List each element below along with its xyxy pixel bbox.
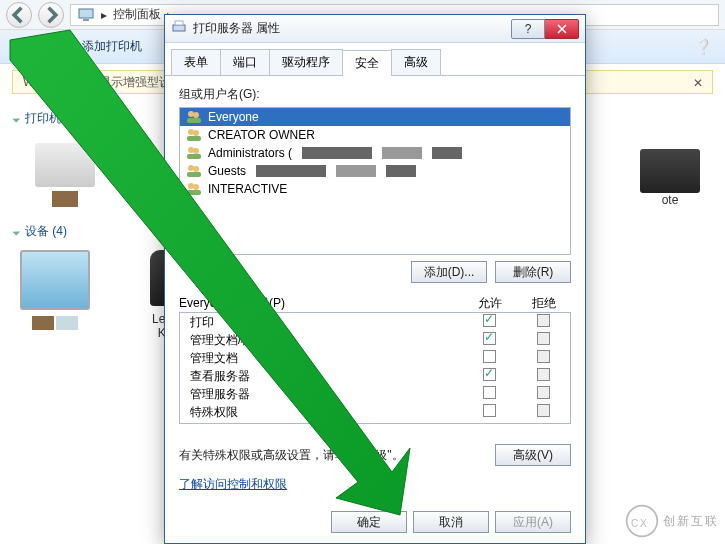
- close-icon[interactable]: ✕: [690, 75, 706, 91]
- security-tab-pane: 组或用户名(G): EveryoneCREATOR OWNERAdministr…: [165, 76, 585, 503]
- user-row[interactable]: INTERACTIVE: [180, 180, 570, 198]
- window-buttons: ?: [511, 19, 579, 39]
- swatch: [32, 316, 54, 330]
- forward-button[interactable]: [38, 2, 64, 28]
- svg-rect-1: [83, 19, 89, 21]
- deny-checkbox[interactable]: [537, 404, 550, 417]
- deny-checkbox[interactable]: [537, 386, 550, 399]
- permission-row: 打印: [180, 313, 570, 331]
- allow-checkbox[interactable]: [483, 350, 496, 363]
- groups-label: 组或用户名(G):: [179, 86, 571, 103]
- deny-checkbox[interactable]: [537, 368, 550, 381]
- svg-point-16: [188, 183, 194, 189]
- printer-icon: [640, 149, 700, 193]
- permission-label: 打印: [190, 314, 462, 331]
- cancel-button[interactable]: 取消: [413, 511, 489, 533]
- allow-checkbox[interactable]: [483, 332, 496, 345]
- user-name: Everyone: [208, 110, 259, 124]
- add-printer-cmd[interactable]: 添加打印机: [82, 38, 142, 55]
- allow-header: 允许: [463, 295, 517, 312]
- permission-label: 管理服务器: [190, 386, 462, 403]
- permission-list: 打印管理文档/机管理文档查看服务器管理服务器特殊权限: [179, 312, 571, 424]
- add-button[interactable]: 添加(D)...: [411, 261, 487, 283]
- breadcrumb-sep: ▸: [101, 8, 107, 22]
- notification-text: Windows 可以显示增强型设: [23, 74, 171, 91]
- svg-rect-18: [187, 190, 201, 195]
- close-button[interactable]: [545, 19, 579, 39]
- computer-icon: [77, 6, 95, 24]
- monitor-icon: [20, 250, 90, 310]
- user-row[interactable]: Everyone: [180, 108, 570, 126]
- breadcrumb-item[interactable]: 控制面板: [113, 6, 161, 23]
- deny-checkbox[interactable]: [537, 314, 550, 327]
- dialog-title: 打印服务器 属性: [193, 20, 505, 37]
- device-item[interactable]: [20, 250, 90, 340]
- svg-rect-2: [173, 25, 185, 31]
- tab-安全[interactable]: 安全: [342, 50, 392, 76]
- learn-access-link[interactable]: 了解访问控制和权限: [179, 476, 287, 493]
- svg-point-14: [193, 166, 199, 172]
- printer-item[interactable]: [20, 137, 110, 207]
- deny-header: 拒绝: [517, 295, 571, 312]
- tab-驱动程序[interactable]: 驱动程序: [269, 49, 343, 75]
- svg-point-13: [188, 165, 194, 171]
- permission-label: 特殊权限: [190, 404, 462, 421]
- tab-端口[interactable]: 端口: [220, 49, 270, 75]
- help-icon[interactable]: ❔: [694, 38, 713, 56]
- perm-for-label: Everyone 的权限(P): [179, 295, 463, 312]
- svg-point-8: [193, 130, 199, 136]
- titlebar[interactable]: 打印服务器 属性 ?: [165, 15, 585, 43]
- deny-checkbox[interactable]: [537, 350, 550, 363]
- svg-point-10: [188, 147, 194, 153]
- permission-row: 管理文档/机: [180, 331, 570, 349]
- advanced-button[interactable]: 高级(V): [495, 444, 571, 466]
- user-list[interactable]: EveryoneCREATOR OWNERAdministrators (Gue…: [179, 107, 571, 255]
- user-group-icon: [186, 181, 202, 197]
- add-device-cmd[interactable]: 添加设备: [12, 38, 60, 55]
- apply-button[interactable]: 应用(A): [495, 511, 571, 533]
- user-row[interactable]: Guests: [180, 162, 570, 180]
- user-group-icon: [186, 163, 202, 179]
- user-name: CREATOR OWNER: [208, 128, 315, 142]
- swatch: [52, 191, 78, 207]
- help-button[interactable]: ?: [511, 19, 545, 39]
- allow-checkbox[interactable]: [483, 386, 496, 399]
- tab-高级[interactable]: 高级: [391, 49, 441, 75]
- svg-rect-9: [187, 136, 201, 141]
- svg-rect-6: [187, 118, 201, 123]
- allow-checkbox[interactable]: [483, 368, 496, 381]
- user-row[interactable]: CREATOR OWNER: [180, 126, 570, 144]
- permission-label: 管理文档: [190, 350, 462, 367]
- printer-item[interactable]: ote: [625, 137, 715, 207]
- ok-button[interactable]: 确定: [331, 511, 407, 533]
- advanced-note: 有关特殊权限或高级设置，请单击"高级"。: [179, 447, 495, 464]
- dialog-footer: 确定 取消 应用(A): [165, 503, 585, 541]
- watermark: CX 创新互联: [625, 504, 719, 538]
- user-row[interactable]: Administrators (: [180, 144, 570, 162]
- svg-rect-12: [187, 154, 201, 159]
- svg-rect-0: [79, 9, 93, 18]
- svg-point-5: [193, 112, 199, 118]
- svg-rect-15: [187, 172, 201, 177]
- permission-label: 查看服务器: [190, 368, 462, 385]
- printer-label: ote: [625, 193, 715, 207]
- back-button[interactable]: [6, 2, 32, 28]
- user-name: Administrators (: [208, 146, 292, 160]
- permission-header: Everyone 的权限(P) 允许 拒绝: [179, 295, 571, 312]
- user-group-icon: [186, 109, 202, 125]
- permission-row: 查看服务器: [180, 367, 570, 385]
- svg-rect-3: [175, 21, 183, 25]
- permission-label: 管理文档/机: [190, 332, 462, 349]
- user-name: Guests: [208, 164, 246, 178]
- user-group-icon: [186, 145, 202, 161]
- svg-point-17: [193, 184, 199, 190]
- permission-row: 管理服务器: [180, 385, 570, 403]
- svg-point-4: [188, 111, 194, 117]
- print-server-properties-dialog: 打印服务器 属性 ? 表单端口驱动程序安全高级 组或用户名(G): Everyo…: [164, 14, 586, 544]
- remove-button[interactable]: 删除(R): [495, 261, 571, 283]
- allow-checkbox[interactable]: [483, 314, 496, 327]
- printer-icon: [171, 19, 187, 38]
- allow-checkbox[interactable]: [483, 404, 496, 417]
- tab-表单[interactable]: 表单: [171, 49, 221, 75]
- deny-checkbox[interactable]: [537, 332, 550, 345]
